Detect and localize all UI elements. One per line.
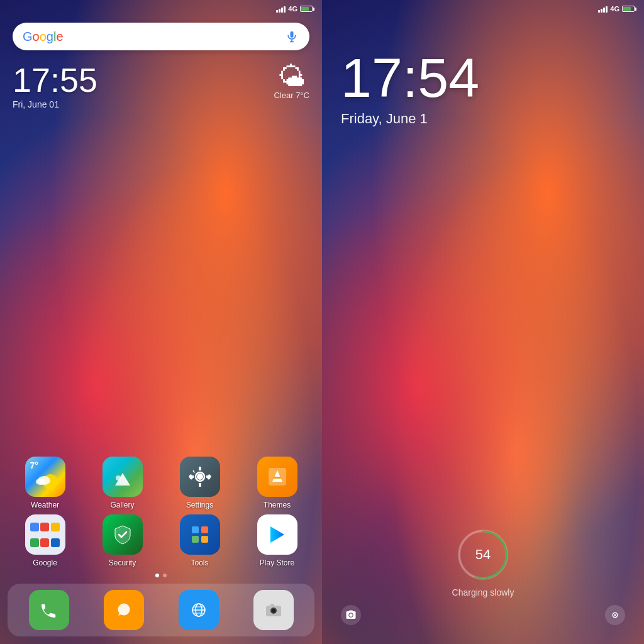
charging-circle: 54 — [458, 530, 508, 580]
search-bar-container: Google — [13, 23, 309, 50]
dock-phone[interactable] — [13, 590, 85, 630]
app-grid-row2: Google Security — [0, 514, 322, 567]
google-logo: Google — [23, 30, 64, 44]
app-weather[interactable]: Weather — [8, 457, 82, 509]
google-folder-label: Google — [33, 558, 57, 567]
page-dots — [0, 574, 322, 577]
home-status-bar: 4G — [0, 0, 322, 18]
dock-browser[interactable] — [162, 590, 235, 630]
svg-rect-14 — [199, 467, 201, 470]
weather-app-label: Weather — [31, 501, 59, 509]
signal-icon — [276, 5, 286, 13]
dock-browser-icon — [179, 590, 219, 630]
lock-flashlight-shortcut[interactable] — [605, 605, 625, 625]
app-tools[interactable]: Tools — [162, 514, 237, 567]
lock-bottom-area: 54 Charging slowly — [322, 530, 644, 644]
security-app-icon — [103, 514, 143, 555]
home-screen: 4G Google — [0, 0, 322, 644]
weather-app-icon — [25, 457, 65, 497]
security-app-label: Security — [109, 558, 136, 567]
dock-messages-icon — [104, 590, 144, 630]
charging-label: Charging slowly — [452, 587, 514, 597]
weather-icon: 🌤 — [278, 63, 306, 91]
mic-icon[interactable] — [284, 29, 299, 44]
svg-rect-25 — [201, 526, 208, 533]
tools-app-label: Tools — [191, 558, 208, 567]
svg-point-13 — [197, 474, 203, 479]
google-folder-icon — [25, 514, 65, 555]
lock-bottom-icons — [335, 605, 631, 625]
home-clock-date: Fri, June 01 — [13, 99, 97, 109]
app-themes[interactable]: Themes — [240, 457, 314, 509]
lock-network-type: 4G — [610, 5, 619, 13]
lock-clock-area: 17:54 Friday, June 1 — [322, 0, 644, 127]
app-security[interactable]: Security — [85, 514, 160, 567]
svg-rect-26 — [192, 536, 199, 543]
lock-battery-icon — [622, 6, 636, 12]
svg-point-43 — [614, 614, 616, 616]
dock — [8, 584, 314, 636]
lock-date: Friday, June 1 — [341, 111, 625, 127]
page-dot-2 — [163, 574, 167, 577]
app-settings[interactable]: Settings — [162, 457, 237, 509]
dock-camera[interactable] — [237, 590, 309, 630]
svg-rect-38 — [270, 604, 274, 606]
svg-rect-27 — [201, 536, 208, 543]
svg-point-41 — [349, 613, 352, 616]
dock-phone-icon — [29, 590, 69, 630]
network-type: 4G — [288, 5, 297, 13]
settings-app-label: Settings — [186, 501, 213, 509]
themes-app-icon — [257, 457, 297, 497]
dock-messages[interactable] — [87, 590, 160, 630]
playstore-app-icon — [257, 514, 297, 555]
google-search-bar[interactable]: Google — [13, 23, 309, 50]
app-gallery[interactable]: Gallery — [85, 457, 160, 509]
gallery-app-icon — [103, 457, 143, 497]
svg-point-6 — [116, 475, 121, 480]
svg-rect-0 — [291, 31, 294, 38]
lock-signal-icon — [598, 5, 608, 13]
themes-app-label: Themes — [264, 501, 291, 509]
clock-weather-widget: 17:55 Fri, June 01 🌤 Clear 7°C — [0, 50, 322, 109]
svg-rect-24 — [192, 526, 199, 533]
svg-point-37 — [272, 609, 275, 613]
weather-description: Clear 7°C — [274, 91, 310, 100]
app-google-folder[interactable]: Google — [8, 514, 82, 567]
lock-screen: 4G 17:54 Friday, June 1 — [322, 0, 644, 644]
playstore-app-label: Play Store — [260, 558, 294, 567]
app-playstore[interactable]: Play Store — [240, 514, 314, 567]
battery-icon — [300, 6, 314, 12]
svg-rect-23 — [274, 477, 281, 479]
app-grid-row1: Weather Gallery — [0, 457, 322, 509]
lock-status-bar: 4G — [322, 0, 644, 18]
dock-camera-icon — [253, 590, 294, 630]
lock-time: 17:54 — [341, 50, 625, 106]
page-dot-1 — [155, 574, 159, 577]
settings-app-icon — [180, 457, 220, 497]
svg-rect-15 — [199, 484, 201, 487]
svg-point-5 — [36, 479, 45, 485]
tools-app-icon — [180, 514, 220, 555]
home-clock-time: 17:55 — [13, 63, 97, 97]
lock-camera-shortcut[interactable] — [341, 605, 361, 625]
gallery-app-label: Gallery — [110, 501, 134, 509]
weather-widget[interactable]: 🌤 Clear 7°C — [274, 63, 310, 100]
